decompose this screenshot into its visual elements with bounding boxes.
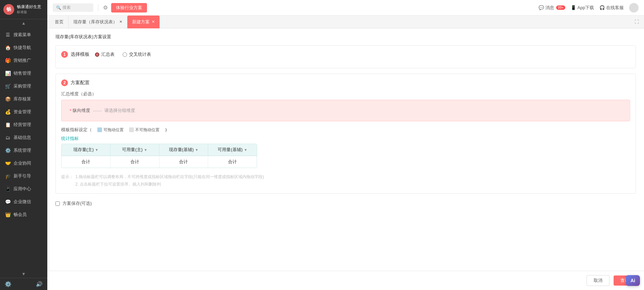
sidebar-footer: ⚙️ 🔊 [0, 278, 47, 290]
tab-inventory-label: 现存量（库存状况表） [73, 19, 117, 25]
sidebar-item-search[interactable]: ☰ 搜索菜单 [0, 28, 47, 41]
sidebar-scroll-down[interactable]: ▼ [0, 270, 47, 278]
radio-summary-input[interactable] [95, 52, 99, 57]
chart-icon: 📊 [5, 70, 11, 76]
settings-gear-icon[interactable]: ⚙ [103, 4, 108, 11]
radio-summary-label: 汇总表 [101, 51, 115, 57]
tab-expand-button[interactable]: ⛶ [632, 17, 641, 27]
metrics-section: 模板指标设定（ 可拖动位置 不可拖动位置 ） 统计指标 现存 [61, 127, 630, 168]
search-menu-icon: ☰ [5, 32, 11, 38]
sidebar-item-label: 畅会员 [14, 212, 27, 218]
gear-icon: ⚙️ [5, 147, 11, 153]
sidebar-item-inventory[interactable]: 📦 库存核算 [0, 93, 47, 105]
trial-industry-button[interactable]: 体验行业方案 [111, 3, 147, 13]
sidebar-item-wechat[interactable]: 💬 企业微信 [0, 195, 47, 208]
sidebar-item-label: 销售管理 [14, 70, 31, 76]
stats-col-cell-3: 合计 [208, 156, 257, 168]
stats-title: 统计指标 [61, 136, 630, 142]
gift-icon: 🎁 [5, 57, 11, 64]
app-edition: 标准版 [17, 10, 41, 15]
tip-text-2: 2. 点击标题栏下拉可设置排序、插入列和删除列 [75, 181, 161, 188]
tab-bar: 首页 现存量（库存状况表） ✕ 新建方案 ✕ ⛶ [47, 16, 644, 28]
speaker-icon[interactable]: 🔊 [36, 281, 43, 287]
dims-label: 汇总维度（必选） [61, 91, 630, 97]
stats-col-label-1: 可用量(主) [122, 147, 143, 153]
step1-section: 1 选择模板 汇总表 交叉统计表 [55, 45, 636, 68]
step1-header: 1 选择模板 汇总表 交叉统计表 [61, 51, 630, 58]
sidebar-item-label: 应用中心 [14, 186, 31, 192]
sidebar-item-guide[interactable]: 🎓 新手引导 [0, 170, 47, 183]
sidebar-item-management[interactable]: 📋 经营管理 [0, 118, 47, 131]
cancel-button[interactable]: 取消 [587, 275, 610, 286]
stats-col-header-1[interactable]: 可用量(主) ▼ [110, 144, 159, 155]
non-drag-box-icon [129, 127, 134, 132]
radio-cross-label: 交叉统计表 [129, 51, 151, 57]
sidebar-item-label: 搜索菜单 [14, 32, 31, 38]
dims-box[interactable]: * 纵向维度 —— 请选择分组维度 [61, 100, 630, 121]
stats-col-header-3[interactable]: 可用量(基辅) ▼ [208, 144, 257, 155]
sidebar-item-finance[interactable]: 💰 资金管理 [0, 105, 47, 118]
tab-inventory-close-icon[interactable]: ✕ [119, 20, 122, 24]
settings-icon[interactable]: ⚙️ [5, 281, 11, 287]
cart-icon: 🛒 [5, 83, 11, 89]
sidebar-item-cooperation[interactable]: 🤝 企业协同 [0, 157, 47, 170]
app-name: 畅康通好生意 [17, 4, 41, 10]
stats-col-label-3: 可用量(基辅) [218, 147, 243, 153]
step1-title: 选择模板 [71, 51, 90, 57]
radio-cross-input[interactable] [123, 52, 127, 57]
stats-table-row: 合计 合计 合计 合计 [61, 156, 257, 168]
tab-inventory[interactable]: 现存量（库存状况表） ✕ [69, 16, 127, 28]
save-checkbox[interactable] [55, 201, 60, 206]
sidebar-item-purchase[interactable]: 🛒 采购管理 [0, 80, 47, 93]
sidebar-item-system[interactable]: ⚙️ 系统管理 [0, 144, 47, 157]
sidebar-item-label: 系统管理 [14, 147, 31, 153]
folder-icon: 🗂 [5, 135, 11, 141]
metrics-close: ） [165, 127, 169, 133]
topbar-search[interactable]: 🔍 搜索 [53, 3, 93, 12]
tab-home[interactable]: 首页 [50, 16, 69, 28]
chat-icon: 💬 [5, 199, 11, 205]
sidebar-item-sales[interactable]: 📊 销售管理 [0, 67, 47, 80]
message-badge: 99+ [556, 5, 565, 10]
bottom-bar: 取消 查询 [47, 271, 644, 290]
step1-badge: 1 [61, 51, 68, 58]
message-icon: 💬 [539, 5, 544, 10]
stats-col-header-2[interactable]: 现存量(基辅) ▼ [159, 144, 208, 155]
chevron-down-icon-1: ▼ [144, 148, 147, 152]
app-download-button[interactable]: 📱 App下载 [571, 5, 594, 11]
sidebar-item-label: 营销推广 [14, 57, 31, 64]
graduate-icon: 🎓 [5, 173, 11, 179]
sidebar-item-apps[interactable]: 📱 应用中心 [0, 183, 47, 195]
step2-badge: 2 [61, 79, 68, 86]
tip-item-2: 提示： 2. 点击标题栏下拉可设置排序、插入列和删除列 [61, 181, 630, 188]
page-title: 现存量(库存状况表)方案设置 [55, 34, 636, 40]
radio-cross[interactable]: 交叉统计表 [123, 51, 151, 57]
tips-section: 提示： 1.拖动标题栏可以调整布局，不可跨维度或指标区域拖动栏目字段(只能在同一… [61, 173, 630, 188]
radio-summary[interactable]: 汇总表 [95, 51, 115, 57]
mobile-icon: 📱 [5, 186, 11, 192]
sidebar-item-label: 企业微信 [14, 199, 31, 205]
tab-new-scheme[interactable]: 新建方案 ✕ [127, 16, 160, 28]
messages-button[interactable]: 💬 消息 99+ [539, 5, 565, 11]
stats-col-cell-1: 合计 [110, 156, 159, 168]
sidebar-item-basic[interactable]: 🗂 基础信息 [0, 131, 47, 144]
step2-title: 方案配置 [71, 80, 90, 86]
sidebar-scroll-up[interactable]: ▲ [0, 19, 47, 27]
ai-float-button[interactable]: Ai [626, 275, 640, 286]
sidebar-item-label: 经营管理 [14, 122, 31, 128]
customer-service-button[interactable]: 🎧 在线客服 [599, 5, 624, 11]
handshake-icon: 🤝 [5, 160, 11, 166]
tip-item-1: 提示： 1.拖动标题栏可以调整布局，不可跨维度或指标区域拖动栏目字段(只能在同一… [61, 173, 630, 181]
sidebar-item-label: 企业协同 [14, 160, 31, 166]
sidebar-item-nav[interactable]: 🏠 快捷导航 [0, 41, 47, 54]
sidebar-item-member[interactable]: 👑 畅会员 [0, 208, 47, 221]
search-icon: 🔍 [56, 5, 61, 10]
save-option-label: 方案保存(可选) [63, 200, 92, 207]
stats-col-header-0[interactable]: 现存量(主) ▼ [61, 144, 110, 155]
sidebar-item-label: 资金管理 [14, 109, 31, 115]
tab-new-scheme-close-icon[interactable]: ✕ [152, 20, 155, 24]
sidebar: 畅 畅康通好生意 标准版 ▲ ☰ 搜索菜单 🏠 快捷导航 🎁 营销推广 📊 销售… [0, 0, 47, 290]
save-option: 方案保存(可选) [55, 200, 636, 207]
user-avatar[interactable] [629, 3, 639, 13]
sidebar-item-marketing[interactable]: 🎁 营销推广 [0, 54, 47, 67]
